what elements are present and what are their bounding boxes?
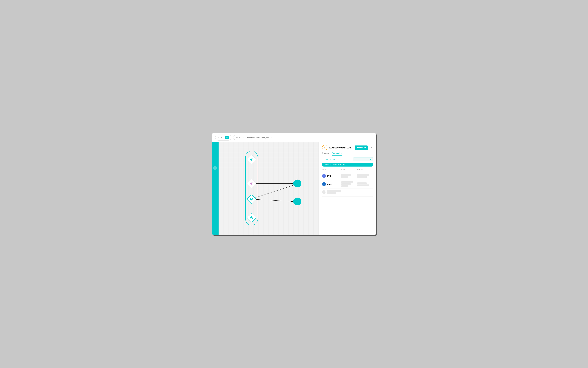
chevron-right-icon [214, 167, 216, 169]
svg-point-12 [251, 183, 252, 184]
svg-line-5 [251, 199, 293, 202]
asset-name-usdc: USDC [327, 183, 332, 185]
app-container: Holistic [212, 133, 376, 235]
table-row: ETH [322, 172, 373, 180]
usdc-outputs [357, 183, 373, 186]
close-button[interactable]: × [370, 146, 373, 149]
svg-marker-30 [324, 176, 325, 177]
tab-transactions[interactable]: Transactions [332, 152, 342, 156]
sort-button[interactable]: Sort [330, 158, 335, 160]
collapse-button[interactable] [213, 166, 217, 170]
eth-outputs [357, 174, 373, 178]
panel-search-icon [370, 158, 372, 160]
panel-toolbar: Filter Sort [319, 156, 376, 163]
eth-inputs [341, 174, 357, 178]
svg-point-20 [293, 198, 301, 205]
panel-search-input[interactable] [355, 158, 370, 160]
filter-icon [322, 158, 324, 160]
svg-line-4 [251, 185, 293, 199]
search-bar[interactable] [233, 135, 302, 140]
svg-point-0 [236, 137, 238, 138]
layers-icon [226, 137, 228, 138]
graph-area[interactable] [219, 142, 319, 235]
filter-button[interactable]: Filter [322, 158, 328, 160]
address-title: Address 0x3dF...dtx [329, 146, 353, 149]
panel-tabs: Overview Transactions [319, 150, 376, 156]
svg-point-24 [370, 159, 371, 160]
usdc-icon: $ [322, 182, 326, 186]
panel-table: Asset Inputs Outputs [319, 168, 376, 235]
panel-search-field[interactable] [353, 157, 373, 161]
tab-overview[interactable]: Overview [322, 152, 329, 156]
svg-point-15 [251, 199, 252, 200]
svg-point-19 [293, 179, 301, 187]
actions-button[interactable]: Actions [355, 146, 368, 150]
eth-icon [322, 174, 326, 178]
right-panel: 6 Address 0x3dF...dtx Actions × [319, 142, 376, 235]
main-content: 6 Address 0x3dF...dtx Actions × [212, 142, 376, 235]
svg-marker-21 [322, 159, 324, 160]
svg-point-9 [251, 159, 252, 160]
graph-svg [219, 142, 319, 235]
chevron-down-icon [364, 147, 366, 148]
sort-icon [330, 158, 332, 160]
header: Holistic [212, 133, 376, 142]
holistic-label: Holistic [218, 137, 224, 138]
search-icon [236, 137, 238, 138]
panel-header: 6 Address 0x3dF...dtx Actions × [319, 142, 376, 150]
holistic-icon [225, 136, 229, 139]
svg-marker-31 [324, 176, 324, 177]
svg-point-18 [251, 217, 252, 218]
svg-text:$: $ [324, 184, 324, 185]
table-row-empty-1 [322, 189, 373, 197]
address-badge: 6 [322, 145, 328, 150]
asset-cell-usdc: $ USDC [322, 182, 341, 186]
table-row: $ USDC [322, 180, 373, 189]
asset-name-eth: ETH [327, 175, 331, 177]
holistic-button[interactable]: Holistic [215, 135, 231, 140]
asset-cell-eth: ETH [322, 174, 341, 178]
filter-tag: Filtered by Address 0x3dF...dtx [322, 163, 373, 166]
table-header: Asset Inputs Outputs [322, 168, 373, 172]
sidebar-strip [212, 142, 219, 235]
search-input[interactable] [239, 137, 299, 138]
svg-line-1 [237, 138, 238, 138]
usdc-inputs [341, 181, 357, 187]
